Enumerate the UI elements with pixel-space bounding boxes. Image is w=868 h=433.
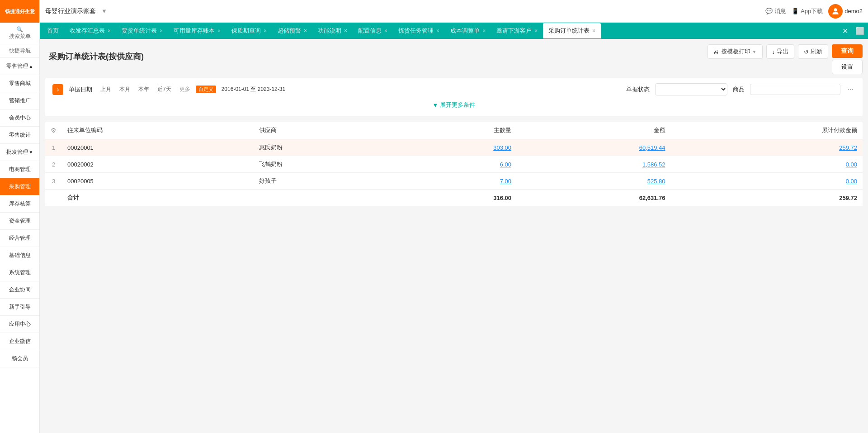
export-button[interactable]: ↓ 导出 bbox=[766, 44, 795, 59]
sidebar-item-system[interactable]: 系统管理 bbox=[0, 264, 39, 281]
row-amount[interactable]: 525.80 bbox=[517, 173, 671, 190]
chevron-down-icon: ▼ bbox=[29, 150, 33, 155]
row-qty[interactable]: 303.00 bbox=[397, 139, 517, 156]
tab-func-desc[interactable]: 功能说明 × bbox=[312, 23, 353, 38]
tab-goods-stat[interactable]: 要货单统计表 × bbox=[116, 23, 168, 38]
row-amount[interactable]: 60,519.44 bbox=[517, 139, 671, 156]
date-option-7days[interactable]: 近7天 bbox=[155, 85, 174, 94]
topbar-dropdown-icon[interactable]: ▼ bbox=[101, 8, 107, 14]
status-select[interactable] bbox=[655, 83, 727, 95]
tab-overstock[interactable]: 超储预警 × bbox=[272, 23, 312, 38]
topbar: 母婴行业演示账套 ▼ 💬 消息 📱 App下载 demo2 bbox=[40, 0, 868, 23]
tab-cost-adjust[interactable]: 成本调整单 × bbox=[445, 23, 491, 38]
sidebar-item-quicknav[interactable]: 快捷导航 bbox=[0, 44, 39, 58]
search-icon: 🔍 bbox=[16, 26, 23, 33]
row-num: 1 bbox=[45, 139, 62, 156]
print-button[interactable]: 🖨 按模板打印 ▼ bbox=[708, 44, 763, 59]
message-action[interactable]: 💬 消息 bbox=[765, 7, 786, 15]
sidebar-item-retailstat[interactable]: 零售统计 bbox=[0, 127, 39, 144]
query-button[interactable]: 查询 bbox=[832, 44, 863, 58]
table-wrapper: ⚙ 往来单位编码 供应商 主数量 金额 累计付款金额 1 00020001 惠氏… bbox=[45, 122, 863, 206]
date-custom-badge[interactable]: 自定义 bbox=[196, 86, 216, 93]
tab-close-overstock[interactable]: × bbox=[304, 28, 307, 33]
table-header-row: ⚙ 往来单位编码 供应商 主数量 金额 累计付款金额 bbox=[45, 122, 863, 139]
status-select-wrap bbox=[655, 83, 727, 95]
filter-row-1: › 单据日期 上月 本月 本年 近7天 更多 自定义 2016-01-01 至 … bbox=[52, 83, 855, 95]
sidebar-item-finance[interactable]: 资金管理 bbox=[0, 213, 39, 230]
column-settings-icon[interactable]: ⚙ bbox=[51, 127, 57, 134]
tab-close-purchase-stat[interactable]: × bbox=[592, 28, 595, 33]
tab-close-goods-stat[interactable]: × bbox=[160, 28, 163, 33]
sidebar-item-ecommerce[interactable]: 电商管理 bbox=[0, 161, 39, 178]
tab-pick-task[interactable]: 拣货任务管理 × bbox=[393, 23, 445, 38]
expand-more-btn[interactable]: ▼ 展开更多条件 bbox=[52, 97, 855, 111]
settings-button[interactable]: 设置 bbox=[832, 60, 863, 74]
table-body: 1 00020001 惠氏奶粉 303.00 60,519.44 259.72 … bbox=[45, 139, 863, 190]
col-settings: ⚙ bbox=[45, 122, 62, 139]
goods-label: 商品 bbox=[733, 86, 745, 94]
purchase-stat-table: ⚙ 往来单位编码 供应商 主数量 金额 累计付款金额 1 00020001 惠氏… bbox=[45, 122, 863, 206]
sidebar-item-member[interactable]: 会员中心 bbox=[0, 109, 39, 127]
sidebar-item-inventory[interactable]: 库存核算 bbox=[0, 195, 39, 213]
tabbar-end: ✕ ⬜ bbox=[840, 25, 866, 37]
refresh-button[interactable]: ↺ 刷新 bbox=[798, 44, 828, 59]
tab-close-cost-adjust[interactable]: × bbox=[482, 28, 486, 33]
row-paid[interactable]: 0.00 bbox=[671, 156, 863, 173]
row-paid[interactable]: 0.00 bbox=[671, 173, 863, 190]
filter-section: › 单据日期 上月 本月 本年 近7天 更多 自定义 2016-01-01 至 … bbox=[45, 78, 863, 116]
footer-empty-2 bbox=[254, 190, 396, 206]
tab-invite-downstream[interactable]: 邀请下游客户 × bbox=[491, 23, 543, 38]
tab-close-func-desc[interactable]: × bbox=[344, 28, 347, 33]
logo: 畅捷通好生意 bbox=[0, 0, 39, 23]
goods-input[interactable] bbox=[750, 84, 840, 95]
tab-home[interactable]: 首页 bbox=[42, 23, 64, 38]
row-code: 00020005 bbox=[62, 173, 254, 190]
tab-close-available-inv[interactable]: × bbox=[217, 28, 221, 33]
tab-config-info[interactable]: 配置信息 × bbox=[353, 23, 393, 38]
sidebar-item-basics[interactable]: 基础信息 bbox=[0, 247, 39, 264]
app-icon: 📱 bbox=[792, 8, 799, 14]
filter-toggle-btn[interactable]: › bbox=[52, 84, 63, 95]
sidebar-item-operations[interactable]: 经营管理 bbox=[0, 230, 39, 247]
sidebar-item-marketing[interactable]: 营销推广 bbox=[0, 92, 39, 109]
content-area: 采购订单统计表(按供应商) 🖨 按模板打印 ▼ ↓ 导出 ↺ 刷新 bbox=[40, 39, 868, 433]
sidebar-item-newuser[interactable]: 新手引导 bbox=[0, 299, 39, 316]
user-menu[interactable]: demo2 bbox=[828, 4, 863, 19]
date-option-more[interactable]: 更多 bbox=[177, 85, 193, 94]
tab-available-inv[interactable]: 可用量库存账本 × bbox=[168, 23, 226, 38]
tab-shelf-life[interactable]: 保质期查询 × bbox=[226, 23, 272, 38]
date-option-thisyear[interactable]: 本年 bbox=[136, 85, 152, 94]
tab-maximize-btn[interactable]: ⬜ bbox=[854, 25, 866, 37]
sidebar-item-wechat[interactable]: 企业微信 bbox=[0, 333, 39, 350]
tab-close-pick-task[interactable]: × bbox=[436, 28, 439, 33]
sidebar-item-retail[interactable]: 零售管理 ▲ bbox=[0, 58, 39, 75]
row-supplier: 飞鹤奶粉 bbox=[254, 156, 396, 173]
tab-close-receivepay[interactable]: × bbox=[108, 28, 111, 33]
row-qty[interactable]: 7.00 bbox=[397, 173, 517, 190]
col-amount: 金额 bbox=[517, 122, 671, 139]
tab-close-config-info[interactable]: × bbox=[384, 28, 387, 33]
row-amount[interactable]: 1,586.52 bbox=[517, 156, 671, 173]
row-paid[interactable]: 259.72 bbox=[671, 139, 863, 156]
date-option-lastmonth[interactable]: 上月 bbox=[98, 85, 114, 94]
row-num: 2 bbox=[45, 156, 62, 173]
sidebar-item-retailshop[interactable]: 零售商城 bbox=[0, 75, 39, 92]
sidebar-item-enterprise[interactable]: 企业协同 bbox=[0, 281, 39, 299]
goods-more-btn[interactable]: ··· bbox=[846, 86, 855, 94]
tab-close-invite-downstream[interactable]: × bbox=[534, 28, 538, 33]
sidebar-item-wholesale[interactable]: 批发管理 ▼ bbox=[0, 144, 39, 161]
page-title: 采购订单统计表(按供应商) bbox=[45, 51, 144, 62]
tab-receivepay[interactable]: 收发存汇总表 × bbox=[64, 23, 116, 38]
tab-close-shelf-life[interactable]: × bbox=[264, 28, 267, 33]
date-option-thismonth[interactable]: 本月 bbox=[117, 85, 133, 94]
row-code: 00020001 bbox=[62, 139, 254, 156]
tab-close-all-btn[interactable]: ✕ bbox=[840, 25, 850, 37]
sidebar-item-appcenter[interactable]: 应用中心 bbox=[0, 316, 39, 333]
app-download-action[interactable]: 📱 App下载 bbox=[792, 7, 823, 15]
tab-purchase-stat[interactable]: 采购订单统计表 × bbox=[543, 23, 601, 38]
row-qty[interactable]: 6.00 bbox=[397, 156, 517, 173]
sidebar-item-purchase[interactable]: 采购管理 bbox=[0, 178, 39, 195]
sidebar-item-vip[interactable]: 畅会员 bbox=[0, 350, 39, 367]
sidebar-item-search[interactable]: 🔍 搜索菜单 bbox=[0, 23, 39, 44]
expand-icon: ▼ bbox=[433, 102, 439, 109]
